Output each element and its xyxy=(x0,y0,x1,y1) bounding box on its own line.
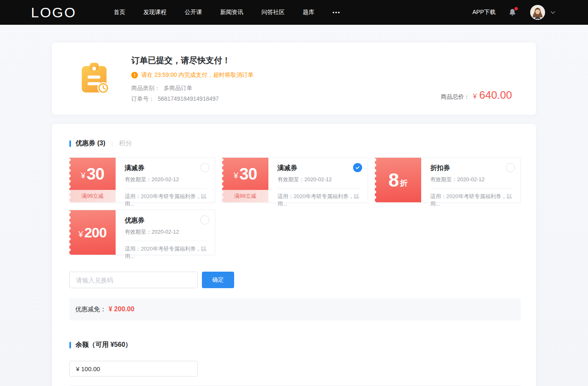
coupon-section-header: 优惠券 (3) 积分 xyxy=(69,139,521,148)
coupon-card-full-reduction-30-selected[interactable]: ¥ 30 满99立减 满减券 有效期至：2020-02-12 适用：2020年考… xyxy=(222,157,368,203)
coupon-amount: 30 xyxy=(239,165,257,183)
coupon-details: 优惠券 有效期至：2020-02-12 适用：2020年考研专属福利券，以用..… xyxy=(116,210,215,255)
discount-summary-bar: 优惠减免： ¥ 200.00 xyxy=(69,298,521,320)
balance-title: 余额（可用 ¥560） xyxy=(76,341,132,349)
nav-more-ellipsis-icon[interactable]: ••• xyxy=(323,9,350,16)
coupon-scope: 适用：2020年考研专属福利券，以用... xyxy=(430,188,513,208)
top-navbar: LOGO 首页 发现课程 公开课 新闻资讯 问答社区 题库 ••• APP下载 xyxy=(0,0,588,25)
coupon-title: 优惠券 xyxy=(125,216,207,225)
order-summary-card: 订单已提交，请尽快支付！ ! 请在 23:59:00 内完成支付，超时将取消订单… xyxy=(52,43,536,115)
discount-value: ¥ 200.00 xyxy=(109,305,134,313)
nav-item-news[interactable]: 新闻资讯 xyxy=(211,9,252,16)
nav-item-home[interactable]: 首页 xyxy=(104,9,134,16)
coupon-value-block: 8 折 xyxy=(375,158,421,202)
coupon-scope: 适用：2020年考研专属福利券，以用... xyxy=(277,188,360,208)
order-category-row: 商品类别： 多商品订单 xyxy=(131,85,254,92)
tab-coupons[interactable]: 优惠券 (3) xyxy=(76,139,105,148)
chevron-down-icon[interactable] xyxy=(550,9,556,15)
clipboard-clock-icon xyxy=(76,60,112,98)
coupon-radio-selected[interactable] xyxy=(353,163,362,172)
notification-bell-icon[interactable] xyxy=(508,8,517,17)
coupon-condition-badge: 满99立减 xyxy=(222,190,268,202)
nav-item-discover-courses[interactable]: 发现课程 xyxy=(134,9,175,16)
coupon-title: 满减券 xyxy=(277,164,360,173)
warning-text: 请在 23:59:00 内完成支付，超时将取消订单 xyxy=(141,71,254,79)
coupon-amount: 8 xyxy=(389,169,399,191)
coupon-card-discount-80pct[interactable]: 8 折 折扣券 有效期至：2020-02-12 适用：2020年考研专属福利券，… xyxy=(375,157,521,203)
coupon-title: 折扣券 xyxy=(430,164,513,173)
coupon-scope: 适用：2020年考研专属福利券，以用... xyxy=(125,241,207,260)
user-avatar[interactable] xyxy=(530,5,545,20)
total-price-label: 商品总价： xyxy=(441,93,470,101)
nav-item-open-courses[interactable]: 公开课 xyxy=(175,9,211,16)
navbar-right: APP下载 xyxy=(472,5,556,20)
order-number-row: 订单号： 5681749184914918497 xyxy=(131,95,254,103)
balance-section-header: 余额（可用 ¥560） xyxy=(69,341,521,349)
redeem-code-row: 确定 xyxy=(69,272,521,288)
confirm-button[interactable]: 确定 xyxy=(202,272,234,288)
currency-symbol: ¥ xyxy=(473,93,477,100)
coupon-currency: ¥ xyxy=(78,230,83,239)
notification-unread-dot xyxy=(514,7,518,10)
coupon-validity: 有效期至：2020-02-12 xyxy=(430,176,513,183)
section-accent-bar xyxy=(69,140,71,147)
coupon-validity: 有效期至：2020-02-12 xyxy=(125,176,207,183)
redeem-code-input[interactable] xyxy=(69,272,198,288)
coupon-details: 满减券 有效期至：2020-02-12 适用：2020年考研专属福利券，以用..… xyxy=(268,158,368,202)
coupon-card-full-reduction-30[interactable]: ¥ 30 满99立减 满减券 有效期至：2020-02-12 适用：2020年考… xyxy=(69,157,215,203)
coupon-title: 满减券 xyxy=(125,164,207,173)
coupon-validity: 有效期至：2020-02-12 xyxy=(125,228,207,236)
logo[interactable]: LOGO xyxy=(31,5,76,21)
total-price-value: 640.00 xyxy=(479,89,512,102)
payment-options-card: 优惠券 (3) 积分 ¥ 30 满99立减 满减券 有效期至：2020-02-1… xyxy=(52,124,536,386)
category-value: 多商品订单 xyxy=(164,85,192,91)
coupon-scope: 适用：2020年考研专属福利券，以用... xyxy=(125,188,207,208)
coupon-currency: ¥ xyxy=(81,171,85,180)
nav-item-qa-community[interactable]: 问答社区 xyxy=(252,9,294,16)
coupon-radio-unselected[interactable] xyxy=(506,163,515,172)
coupon-details: 满减券 有效期至：2020-02-12 适用：2020年考研专属福利券，以用..… xyxy=(116,158,215,202)
order-info: 订单已提交，请尽快支付！ ! 请在 23:59:00 内完成支付，超时将取消订单… xyxy=(131,55,254,103)
coupon-validity: 有效期至：2020-02-12 xyxy=(277,176,360,183)
app-download-link[interactable]: APP下载 xyxy=(472,9,496,16)
payment-deadline-warning: ! 请在 23:59:00 内完成支付，超时将取消订单 xyxy=(131,71,254,79)
coupon-amount: 30 xyxy=(87,165,104,183)
avatar-image xyxy=(530,5,545,20)
coupon-value-block: ¥ 30 满99立减 xyxy=(222,158,268,202)
coupon-radio-unselected[interactable] xyxy=(200,163,209,172)
nav-item-question-bank[interactable]: 题库 xyxy=(294,9,323,16)
coupon-amount: 200 xyxy=(84,225,107,241)
coupon-details: 折扣券 有效期至：2020-02-12 适用：2020年考研专属福利券，以用..… xyxy=(421,158,520,202)
warning-icon: ! xyxy=(131,72,138,78)
coupon-grid: ¥ 30 满99立减 满减券 有效期至：2020-02-12 适用：2020年考… xyxy=(69,157,521,255)
category-label: 商品类别： xyxy=(131,85,160,91)
order-number-value: 5681749184914918497 xyxy=(158,95,219,102)
coupon-amount-suffix: 折 xyxy=(400,178,408,189)
coupon-condition-badge: 满99立减 xyxy=(69,190,116,202)
order-number-label: 订单号： xyxy=(131,95,154,102)
discount-label: 优惠减免： xyxy=(75,305,106,313)
coupon-currency: ¥ xyxy=(234,171,238,180)
coupon-card-voucher-200[interactable]: ¥ 200 优惠券 有效期至：2020-02-12 适用：2020年考研专属福利… xyxy=(69,210,215,255)
section-accent-bar xyxy=(69,342,71,348)
main-nav: 首页 发现课程 公开课 新闻资讯 问答社区 题库 ••• xyxy=(104,9,350,16)
coupon-value-block: ¥ 200 xyxy=(69,210,116,255)
check-icon xyxy=(355,165,360,170)
coupon-radio-unselected[interactable] xyxy=(200,215,209,225)
coupon-value-block: ¥ 30 满99立减 xyxy=(69,158,116,202)
tab-points[interactable]: 积分 xyxy=(119,139,132,148)
balance-amount-input[interactable] xyxy=(69,361,198,377)
order-total: 商品总价： ¥ 640.00 xyxy=(441,89,512,115)
order-title: 订单已提交，请尽快支付！ xyxy=(131,55,254,66)
tab-divider xyxy=(112,141,112,147)
